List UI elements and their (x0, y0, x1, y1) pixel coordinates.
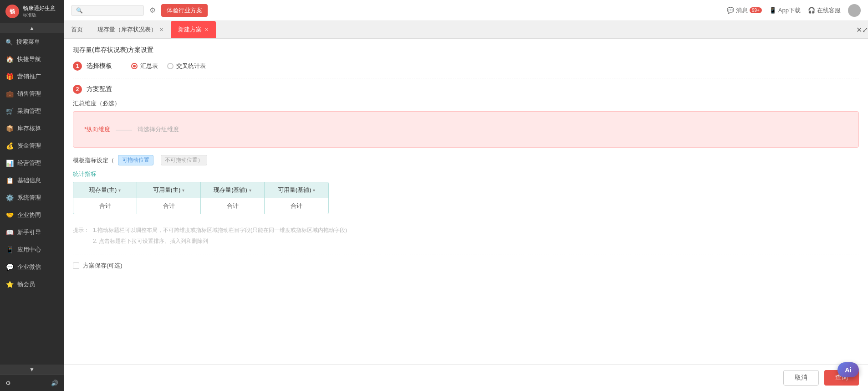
section1-header: 1 选择模板 (73, 62, 112, 71)
gift-icon: 🎁 (5, 72, 14, 81)
mobile-icon: 📱 (5, 246, 14, 254)
save-option-label: 方案保存(可选) (83, 262, 123, 270)
content-area: 现存量(库存状况表)方案设置 1 选择模板 汇总表 交叉统计表 (64, 39, 868, 364)
sidebar-item-basic-info[interactable]: 📋 基础信息 (0, 172, 64, 189)
indicator-settings: 模板指标设定（ 可拖动位置 不可拖动位置） 统计指标 现存量(主) ▾ (73, 155, 859, 216)
phone-icon: 📱 (769, 7, 776, 14)
money-icon: 💰 (5, 142, 14, 150)
dimension-area: 汇总维度（必选） *纵向维度 —— 请选择分组维度 (73, 99, 859, 148)
sidebar-search[interactable]: 🔍 搜索菜单 (0, 33, 64, 51)
industry-btn[interactable]: 体验行业方案 (161, 4, 208, 17)
sidebar-item-inventory[interactable]: 📦 库存核算 (0, 120, 64, 137)
volume-footer-icon[interactable]: 🔊 (51, 380, 58, 386)
tab-inventory-close[interactable]: ✕ (159, 27, 163, 33)
section-config: 2 方案配置 汇总维度（必选） *纵向维度 —— 请选择分组维度 模板指标设定（ (73, 85, 859, 247)
briefcase-icon: 💼 (5, 90, 14, 98)
dimension-box[interactable]: *纵向维度 —— 请选择分组维度 (73, 111, 859, 148)
tab-home[interactable]: 首页 (64, 21, 90, 38)
ai-float-button[interactable]: Ai (837, 362, 859, 377)
tip-title: 提示： 1.拖动标题栏可以调整布局，不可跨维度或指标区域拖动栏目字段(只能在同一… (73, 225, 859, 236)
search-icon: 🔍 (5, 39, 13, 46)
stat-col-header-3[interactable]: 可用量(基辅) ▾ (265, 182, 328, 198)
gear-sidebar-icon: ⚙️ (5, 194, 14, 202)
sidebar-item-wechat[interactable]: 💬 企业微信 (0, 258, 64, 276)
sidebar-item-member[interactable]: ⭐ 畅会员 (0, 276, 64, 293)
app-name: 畅康通好生意 标准版 (23, 5, 56, 18)
stat-table: 现存量(主) ▾ 合计 可用量(主) ▾ 合计 (73, 182, 329, 214)
box-icon: 📦 (5, 124, 14, 133)
radio-summary[interactable]: 汇总表 (131, 62, 158, 70)
sidebar-item-quick-nav[interactable]: 🏠 快捷导航 (0, 51, 64, 68)
chevron-down-icon-1: ▾ (182, 188, 184, 193)
stat-col-header-0[interactable]: 现存量(主) ▾ (73, 182, 137, 198)
dimension-dash: —— (116, 125, 132, 134)
settings-footer-icon[interactable]: ⚙ (5, 380, 11, 386)
online-service-area[interactable]: 🎧 在线客服 (808, 6, 841, 15)
dimension-placeholder-text: 请选择分组维度 (138, 125, 179, 134)
footer-bar: 取消 查询 (64, 364, 868, 391)
main-area: 🔍 ⚙ 体验行业方案 💬 消息 99+ 📱 App下载 🎧 在线客服 (64, 0, 868, 391)
stat-col-body-2: 合计 (201, 198, 264, 214)
tab-new-scheme[interactable]: 新建方案 ✕ (171, 21, 216, 38)
home-icon: 🏠 (5, 55, 14, 63)
top-header: 🔍 ⚙ 体验行业方案 💬 消息 99+ 📱 App下载 🎧 在线客服 (64, 0, 868, 21)
dimension-placeholder: *纵向维度 —— 请选择分组维度 (84, 125, 179, 134)
chevron-down-icon-3: ▾ (313, 188, 315, 193)
tab-bar: 首页 现存量（库存状况表） ✕ 新建方案 ✕ ✕ ⤢ (64, 21, 868, 39)
sidebar-item-finance[interactable]: 💰 资金管理 (0, 137, 64, 154)
sidebar-item-app-center[interactable]: 📱 应用中心 (0, 241, 64, 258)
book-icon: 📖 (5, 228, 14, 237)
app-download-area[interactable]: 📱 App下载 (769, 6, 801, 15)
radio-cross[interactable]: 交叉统计表 (167, 62, 206, 70)
panel-close-button[interactable]: ✕ (856, 26, 862, 34)
chevron-down-icon-0: ▾ (118, 188, 121, 193)
indicator-label-row: 模板指标设定（ 可拖动位置 不可拖动位置） (73, 155, 859, 165)
user-avatar[interactable] (848, 4, 861, 17)
radio-group: 汇总表 交叉统计表 (131, 62, 206, 70)
clipboard-icon: 📋 (5, 176, 14, 185)
sidebar-item-marketing[interactable]: 🎁 营销推广 (0, 68, 64, 85)
search-input[interactable] (86, 7, 136, 14)
tab-inventory-status[interactable]: 现存量（库存状况表） ✕ (90, 21, 171, 38)
step2-badge: 2 (73, 85, 82, 94)
sidebar-scroll-up[interactable]: ▲ (0, 23, 64, 33)
sidebar-item-sales[interactable]: 💼 销售管理 (0, 85, 64, 103)
header-left: 🔍 ⚙ 体验行业方案 (71, 4, 208, 17)
section2-title: 方案配置 (87, 85, 112, 93)
stat-col-3: 可用量(基辅) ▾ 合计 (265, 182, 328, 214)
search-bar[interactable]: 🔍 (71, 5, 144, 16)
section-template: 1 选择模板 汇总表 交叉统计表 (73, 62, 859, 71)
sidebar-item-purchase[interactable]: 🛒 采购管理 (0, 103, 64, 120)
panel-expand-button[interactable]: ⤢ (862, 26, 868, 34)
dimension-label: 汇总维度（必选） (73, 99, 859, 108)
tips-section: 提示： 1.拖动标题栏可以调整布局，不可跨维度或指标区域拖动栏目字段(只能在同一… (73, 225, 859, 247)
stat-col-2: 现存量(基辅) ▾ 合计 (201, 182, 265, 214)
tab-new-scheme-close[interactable]: ✕ (204, 27, 209, 33)
stat-table-header: 现存量(主) ▾ 合计 可用量(主) ▾ 合计 (73, 182, 328, 214)
sidebar-nav: 🏠 快捷导航 🎁 营销推广 💼 销售管理 🛒 采购管理 📦 库存核算 💰 资金管… (0, 51, 64, 365)
save-option: 方案保存(可选) (73, 262, 859, 270)
save-checkbox[interactable] (73, 262, 79, 269)
gear-header-icon[interactable]: ⚙ (149, 6, 156, 15)
sidebar: 畅 畅康通好生意 标准版 ▲ 🔍 搜索菜单 🏠 快捷导航 🎁 营销推广 💼 销售… (0, 0, 64, 391)
stat-col-1: 可用量(主) ▾ 合计 (137, 182, 201, 214)
cancel-button[interactable]: 取消 (783, 370, 819, 386)
star-icon: ⭐ (5, 280, 14, 288)
search-bar-icon: 🔍 (76, 7, 83, 14)
sidebar-scroll-down[interactable]: ▼ (0, 365, 64, 375)
messages-area[interactable]: 💬 消息 99+ (727, 6, 762, 15)
stat-col-header-2[interactable]: 现存量(基辅) ▾ (201, 182, 264, 198)
chevron-down-icon-2: ▾ (249, 188, 251, 193)
sidebar-item-operation[interactable]: 📊 经营管理 (0, 154, 64, 172)
sidebar-footer: ⚙ 🔊 (0, 375, 64, 391)
sidebar-item-contract[interactable]: 🤝 企业协同 (0, 206, 64, 224)
sidebar-item-newcomer[interactable]: 📖 新手引导 (0, 224, 64, 241)
chart-icon: 📊 (5, 159, 14, 167)
section1-title: 选择模板 (87, 62, 112, 70)
sidebar-item-system[interactable]: ⚙️ 系统管理 (0, 189, 64, 206)
stat-col-body-3: 合计 (265, 198, 328, 214)
dimension-req-star: *纵向维度 (84, 125, 110, 134)
messages-badge: 99+ (750, 7, 762, 13)
stat-col-header-1[interactable]: 可用量(主) ▾ (137, 182, 200, 198)
section2-header: 2 方案配置 (73, 85, 859, 94)
